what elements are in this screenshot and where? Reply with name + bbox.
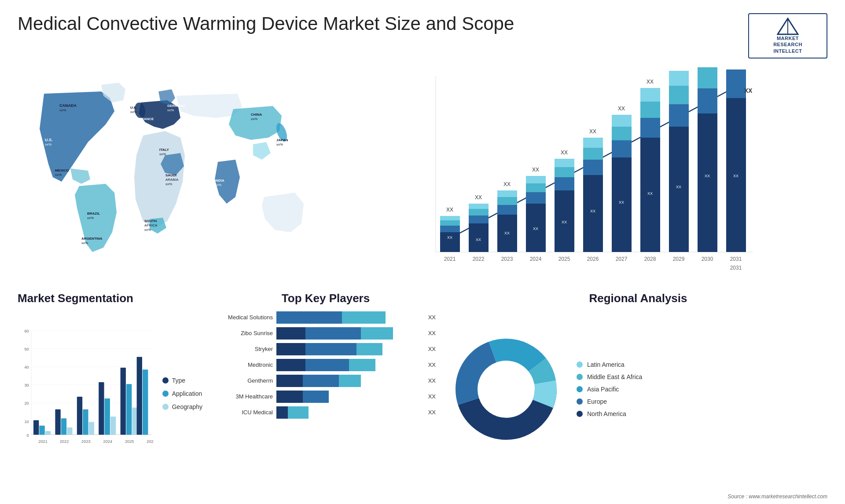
svg-text:40: 40 xyxy=(24,365,29,369)
player-bar xyxy=(276,311,422,324)
player-bar-wrap xyxy=(276,391,422,403)
svg-text:50: 50 xyxy=(24,347,29,351)
svg-rect-60 xyxy=(526,192,546,204)
svg-text:XX: XX xyxy=(647,191,653,196)
legend-type: Type xyxy=(162,377,202,384)
bar-seg1 xyxy=(276,359,305,371)
svg-text:2021: 2021 xyxy=(444,256,456,262)
north-america-label: North America xyxy=(587,410,626,417)
svg-text:10: 10 xyxy=(24,420,29,424)
bar-seg3 xyxy=(342,311,386,324)
svg-text:xx%: xx% xyxy=(130,110,137,114)
legend-latin-america: Latin America xyxy=(577,361,642,368)
svg-text:XX: XX xyxy=(532,167,539,173)
svg-rect-55 xyxy=(497,197,517,205)
bar-seg2 xyxy=(303,375,339,387)
svg-text:2024: 2024 xyxy=(530,256,542,262)
svg-rect-61 xyxy=(526,183,546,192)
application-label: Application xyxy=(172,390,202,397)
europe-dot xyxy=(577,398,583,405)
player-name: 3M Healthcare xyxy=(216,393,273,400)
bar-seg2 xyxy=(303,391,329,403)
svg-text:2031: 2031 xyxy=(730,256,742,262)
bar-seg1 xyxy=(276,406,288,419)
svg-rect-131 xyxy=(45,431,51,435)
svg-text:MEXICO: MEXICO xyxy=(55,168,69,172)
svg-rect-50 xyxy=(469,204,489,209)
svg-text:ITALY: ITALY xyxy=(159,148,169,152)
player-name: Medtronic xyxy=(216,362,273,368)
latin-america-label: Latin America xyxy=(587,361,625,368)
svg-rect-79 xyxy=(612,127,632,140)
svg-text:30: 30 xyxy=(24,383,29,387)
svg-text:XX: XX xyxy=(619,200,624,205)
svg-text:XX: XX xyxy=(504,231,510,235)
svg-rect-129 xyxy=(33,420,39,435)
segmentation-title: Market Segmentation xyxy=(18,292,202,305)
bar-seg2 xyxy=(276,311,342,324)
svg-text:FRANCE: FRANCE xyxy=(139,117,154,121)
geography-dot xyxy=(162,404,169,410)
svg-rect-101 xyxy=(726,69,746,98)
header: Medical Convective Warming Device Market… xyxy=(18,13,827,58)
svg-rect-42 xyxy=(440,226,460,232)
type-dot xyxy=(162,377,169,383)
svg-rect-44 xyxy=(440,216,460,220)
player-bar-wrap xyxy=(276,311,422,324)
svg-rect-71 xyxy=(583,175,603,252)
north-america-dot xyxy=(577,411,583,417)
svg-text:2029: 2029 xyxy=(673,256,685,262)
svg-rect-95 xyxy=(698,113,717,252)
svg-rect-73 xyxy=(583,148,603,160)
svg-rect-137 xyxy=(77,397,82,435)
player-value: XX xyxy=(428,330,436,336)
svg-rect-141 xyxy=(99,382,104,435)
application-dot xyxy=(162,391,169,397)
top-section: CANADA xx% U.S. xx% MEXICO xx% BRAZIL xx… xyxy=(18,67,827,278)
logo-icon xyxy=(777,18,799,35)
svg-text:XX: XX xyxy=(475,194,482,201)
svg-rect-146 xyxy=(126,384,132,435)
svg-text:XX: XX xyxy=(533,226,538,231)
player-row: Medical Solutions XX xyxy=(216,311,436,324)
svg-text:XX: XX xyxy=(561,150,568,156)
player-name: Gentherm xyxy=(216,377,273,384)
svg-text:xx%: xx% xyxy=(215,183,221,187)
svg-text:SOUTH: SOUTH xyxy=(144,219,157,223)
svg-text:XX: XX xyxy=(744,87,753,94)
player-row: Medtronic XX xyxy=(216,359,436,371)
world-map: CANADA xx% U.S. xx% MEXICO xx% BRAZIL xx… xyxy=(18,67,326,278)
svg-text:XX: XX xyxy=(705,174,710,178)
svg-text:xx%: xx% xyxy=(45,142,51,146)
bar-seg2 xyxy=(305,343,356,355)
svg-text:AFRICA: AFRICA xyxy=(144,223,158,227)
svg-text:SPAIN: SPAIN xyxy=(137,129,148,133)
bar-seg3 xyxy=(349,359,375,371)
svg-text:2023: 2023 xyxy=(81,439,91,444)
svg-text:2026: 2026 xyxy=(587,256,599,262)
players-title: Top Key Players xyxy=(216,292,436,305)
svg-text:xx%: xx% xyxy=(137,134,144,138)
svg-rect-91 xyxy=(669,86,689,104)
bar-seg1 xyxy=(276,391,303,403)
svg-text:GERMANY: GERMANY xyxy=(167,104,186,108)
svg-rect-135 xyxy=(67,427,72,435)
svg-text:INDIA: INDIA xyxy=(215,179,224,183)
regional-content: Latin America Middle East & Africa Asia … xyxy=(449,311,827,467)
svg-text:XX: XX xyxy=(476,237,481,242)
legend-application: Application xyxy=(162,390,202,397)
regional-title: Regional Analysis xyxy=(449,292,827,305)
geography-label: Geography xyxy=(172,403,202,410)
svg-rect-145 xyxy=(121,368,126,435)
svg-rect-78 xyxy=(612,140,632,157)
svg-rect-97 xyxy=(698,67,717,88)
svg-text:U.S.: U.S. xyxy=(45,138,53,142)
player-value: XX xyxy=(428,393,436,400)
seg-chart: 60 50 40 30 20 10 0 2021 xyxy=(18,311,154,467)
svg-text:0: 0 xyxy=(27,433,29,437)
asia-pacific-dot xyxy=(577,386,583,392)
svg-text:BRAZIL: BRAZIL xyxy=(87,212,100,215)
svg-rect-134 xyxy=(61,418,66,435)
svg-rect-96 xyxy=(698,88,717,113)
player-value: XX xyxy=(428,362,436,368)
